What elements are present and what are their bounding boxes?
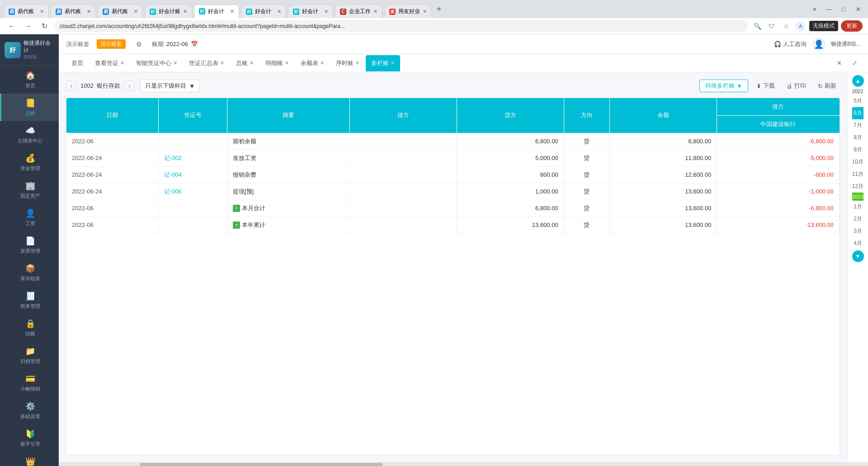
consult-button[interactable]: 🎧 人工咨询 xyxy=(774,40,807,48)
sidebar-item-guide[interactable]: 🔰 新手引导 xyxy=(0,424,59,452)
scrollbar-thumb[interactable] xyxy=(140,463,382,466)
no-trace-button[interactable]: 无痕模式 xyxy=(809,21,838,31)
voucher-link[interactable]: 记-006 xyxy=(164,188,182,195)
forward-button[interactable]: → xyxy=(22,20,34,33)
browser-tab-2[interactable]: 易 易代账 ✕ xyxy=(51,5,96,18)
tab-close-icon[interactable]: ✕ xyxy=(423,9,427,14)
minimize-button[interactable]: — xyxy=(823,3,835,15)
sidebar-item-expense[interactable]: 💳 小畅报销 xyxy=(0,369,59,397)
url-bar[interactable]: cloud2.chanjet.com/accounting/uh26t264j5… xyxy=(54,20,748,32)
cell-voucher[interactable]: 记-006 xyxy=(158,183,227,200)
multi-col-button[interactable]: 特殊多栏账 ▼ xyxy=(699,80,748,92)
tab-close-icon[interactable]: ✕ xyxy=(40,9,44,14)
month-7月[interactable]: 7月 xyxy=(852,119,863,132)
page-tab-balance-sheet[interactable]: 余额表✕ xyxy=(295,55,330,71)
cell-voucher[interactable]: 记-004 xyxy=(158,166,227,183)
browser-tab-9[interactable]: 友 用友好业 ✕ xyxy=(384,5,432,18)
page-tab-general-ledger[interactable]: 总账✕ xyxy=(231,55,259,71)
browser-tab-5[interactable]: 好 好会计 ✕ xyxy=(194,5,239,18)
next-account-button[interactable]: › xyxy=(124,80,135,91)
tab-close-icon[interactable]: ✕ xyxy=(277,9,281,14)
sidebar-item-salary[interactable]: 👤 工资 xyxy=(0,204,59,231)
print-button[interactable]: 🖨 打印 xyxy=(783,80,810,92)
sidebar-item-asset[interactable]: 🏢 固定资产 xyxy=(0,176,59,204)
page-tab-close-detail-ledger[interactable]: ✕ xyxy=(285,60,289,66)
filter-dropdown[interactable]: 只显示下级科目 ▼ xyxy=(140,80,200,92)
tab-close-icon[interactable]: ✕ xyxy=(87,9,91,14)
reload-button[interactable]: ↻ xyxy=(38,20,51,33)
month-10月[interactable]: 10月 xyxy=(852,156,863,168)
page-tab-voucher-summary[interactable]: 凭证汇总表✕ xyxy=(184,55,230,71)
sidebar-item-inventory[interactable]: 📦 库存核算 xyxy=(0,259,59,287)
new-tab-button[interactable]: + xyxy=(433,3,445,15)
page-tab-close-voucher-summary[interactable]: ✕ xyxy=(220,60,224,66)
refresh-button[interactable]: ↻ 刷新 xyxy=(814,80,840,92)
sidebar-item-cloud-report[interactable]: ☁️ 云报表中心 xyxy=(0,121,59,149)
month-2023-1月[interactable]: 1月 xyxy=(852,201,863,213)
shield-icon[interactable]: 🛡 xyxy=(766,20,778,32)
page-tab-close-view-voucher[interactable]: ✕ xyxy=(120,60,124,66)
sidebar-item-archive[interactable]: 📁 归档管理 xyxy=(0,342,59,369)
sidebar-item-invoice[interactable]: 📄 发票管理 xyxy=(0,231,59,259)
download-button[interactable]: ⬇ 下载 xyxy=(753,80,778,92)
tab-close-icon[interactable]: ✕ xyxy=(324,9,328,14)
month-9月[interactable]: 9月 xyxy=(852,144,863,156)
settings-icon[interactable]: ⚙ xyxy=(133,38,145,50)
browser-tab-8[interactable]: C 企业工作 ✕ xyxy=(335,5,382,18)
browser-tab-7[interactable]: 好 好会计 ✕ xyxy=(288,5,333,18)
page-tab-close-smart-voucher[interactable]: ✕ xyxy=(173,60,177,66)
sidebar-item-home[interactable]: 🏠 首页 xyxy=(0,66,59,94)
month-12月[interactable]: 12月 xyxy=(852,180,863,193)
month-11月[interactable]: 11月 xyxy=(852,168,863,180)
prev-account-button[interactable]: ‹ xyxy=(66,80,77,91)
calendar-icon[interactable]: 📅 xyxy=(191,41,198,47)
page-tab-close-multi-column[interactable]: ✕ xyxy=(391,60,395,66)
back-button[interactable]: ← xyxy=(5,20,18,33)
page-tab-close-balance-sheet[interactable]: ✕ xyxy=(320,60,324,66)
page-tab-detail-ledger[interactable]: 明细账✕ xyxy=(260,55,294,71)
sidebar-item-ledger[interactable]: 📒 总账 xyxy=(0,94,59,121)
month-8月[interactable]: 8月 xyxy=(852,132,863,144)
maximize-button[interactable]: □ xyxy=(837,3,850,15)
sidebar-item-settings[interactable]: ⚙️ 基础设置 xyxy=(0,397,59,424)
bookmark-icon[interactable]: ☆ xyxy=(780,20,792,32)
sidebar-item-tax[interactable]: 🧾 税务管理 xyxy=(0,287,59,314)
expand-tab-button[interactable]: ⤢ xyxy=(848,57,861,70)
month-5月[interactable]: 5月 xyxy=(852,95,863,107)
horizontal-scrollbar[interactable] xyxy=(59,462,868,466)
browser-tab-3[interactable]: 易 易代账 ✕ xyxy=(98,5,143,18)
search-icon[interactable]: 🔍 xyxy=(751,20,763,32)
page-tab-home[interactable]: 首页 xyxy=(66,55,89,71)
close-tab-button[interactable]: ✕ xyxy=(833,57,845,70)
page-tab-close-general-ledger[interactable]: ✕ xyxy=(250,60,254,66)
voucher-link[interactable]: 记-002 xyxy=(164,155,182,161)
month-2023-4月[interactable]: 4月 xyxy=(852,237,863,249)
month-2023-2月[interactable]: 2月 xyxy=(852,213,863,225)
date-scroll-up[interactable]: ▲ xyxy=(852,75,864,87)
date-scroll-down[interactable]: ▼ xyxy=(852,250,864,262)
page-tab-close-sequence-ledger[interactable]: ✕ xyxy=(355,60,359,66)
month-2023-3月[interactable]: 3月 xyxy=(852,225,863,237)
tab-close-icon[interactable]: ✕ xyxy=(373,9,377,14)
browser-tab-1[interactable]: 易 易代账 ✕ xyxy=(4,5,49,18)
tab-list-button[interactable]: ≡ xyxy=(808,3,821,15)
browser-tab-4[interactable]: 好 好会计账 ✕ xyxy=(145,5,192,18)
page-tab-view-voucher[interactable]: 查看凭证✕ xyxy=(90,55,130,71)
profile-icon[interactable]: A xyxy=(795,20,807,32)
close-window-button[interactable]: ✕ xyxy=(852,3,864,15)
sidebar-item-member[interactable]: 👑 畅会员 xyxy=(0,452,59,466)
user-avatar[interactable]: 👤 xyxy=(812,38,826,51)
voucher-link[interactable]: 记-004 xyxy=(164,171,182,178)
tab-close-icon[interactable]: ✕ xyxy=(183,9,187,14)
cell-voucher[interactable]: 记-002 xyxy=(158,150,227,166)
update-button[interactable]: 更新 xyxy=(841,20,863,32)
browser-tab-6[interactable]: 好 好会计 ✕ xyxy=(241,5,286,18)
sidebar-item-fund[interactable]: 💰 资金管理 xyxy=(0,149,59,176)
sidebar-item-closing[interactable]: 🔒 结账 xyxy=(0,314,59,342)
tab-close-icon[interactable]: ✕ xyxy=(134,9,138,14)
month-6月[interactable]: 6月 xyxy=(852,107,863,119)
tab-close-icon[interactable]: ✕ xyxy=(230,9,234,14)
page-tab-smart-voucher[interactable]: 智能凭证中心✕ xyxy=(131,55,183,71)
page-tab-multi-column[interactable]: 多栏账✕ xyxy=(366,55,400,71)
page-tab-sequence-ledger[interactable]: 序时账✕ xyxy=(330,55,365,71)
